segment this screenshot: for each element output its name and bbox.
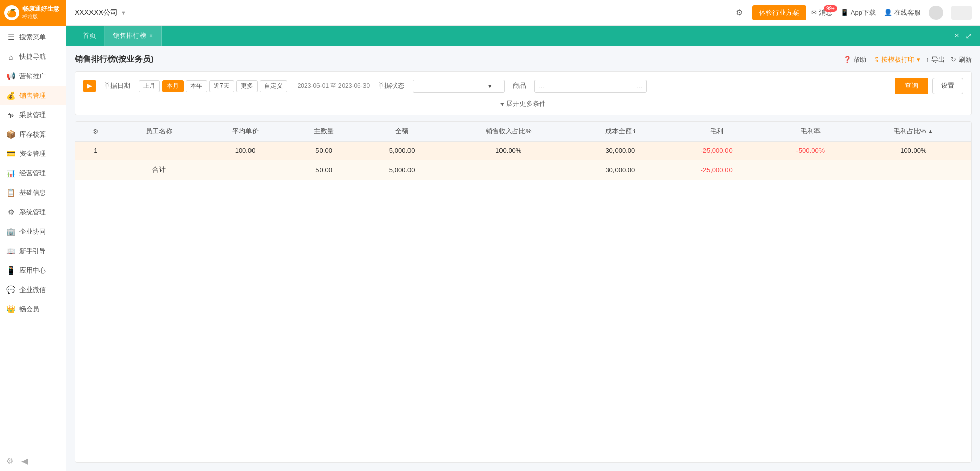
footer-gross-ratio [856,160,971,180]
th-employee: 员工名称 [116,122,202,142]
sidebar-item-label-member: 畅会员 [19,305,39,314]
sidebar-item-label-apps: 应用中心 [19,266,46,275]
company-name: XXXXXX公司 [75,8,118,17]
sidebar-item-system[interactable]: ⚙ 系统管理 [0,203,66,222]
sidebar-item-search[interactable]: ☰ 搜索菜单 [0,28,66,47]
export-icon: ↑ [926,56,930,63]
query-btn[interactable]: 查询 [895,78,928,94]
row-amount: 5,000.00 [359,142,444,160]
logo-icon: 🍊 [4,5,19,20]
sidebar-item-purchase[interactable]: 🛍 采购管理 [0,105,66,125]
page-title: 销售排行榜(按业务员) [75,54,154,65]
sidebar-item-guide[interactable]: 📖 新手引导 [0,241,66,261]
sidebar-item-label-system: 系统管理 [19,208,46,217]
user-name-placeholder [951,6,972,20]
basic-info-icon: 📋 [6,188,15,197]
sidebar-item-label-guide: 新手引导 [19,246,46,256]
table-wrap: ⚙ 员工名称 平均单价 主数量 全额 销售收入占比% 成本全额 ℹ 毛利 毛利率… [75,121,972,463]
sidebar-item-label-enterprise: 企业协同 [19,227,46,236]
th-avg-price: 平均单价 [202,122,288,142]
refresh-icon: ↻ [951,56,956,63]
sidebar-item-label-operations: 经营管理 [19,169,46,178]
sidebar-item-label-purchase: 采购管理 [19,110,46,120]
online-service-btn[interactable]: 👤 在线客服 [884,8,921,17]
sales-icon: 💰 [6,91,15,100]
th-cost-amount: 成本全额 ℹ [573,122,668,142]
settings-icon[interactable]: ⚙ [6,456,13,466]
wechat-icon: 💬 [6,285,15,295]
topbar-right: ✉ 消息 99+ 📱 App下载 👤 在线客服 [811,6,972,20]
table-header-row: ⚙ 员工名称 平均单价 主数量 全额 销售收入占比% 成本全额 ℹ 毛利 毛利率… [75,122,971,142]
refresh-btn[interactable]: ↻ 刷新 [951,55,972,64]
export-btn[interactable]: ↑ 导出 [926,55,945,64]
date-btn-custom[interactable]: 自定义 [260,80,287,92]
tab-home[interactable]: 首页 [75,26,105,46]
sidebar-item-member[interactable]: 👑 畅会员 [0,300,66,319]
th-settings[interactable]: ⚙ [75,122,116,142]
date-btn-this-year[interactable]: 本年 [186,80,207,92]
avatar[interactable] [929,6,943,20]
tab-minimize-icon[interactable]: × [954,31,959,41]
template-print-btn[interactable]: 🖨 按模板打印 ▾ [873,55,920,64]
service-icon: 👤 [884,9,892,16]
filter-settings-btn[interactable]: 设置 [932,78,963,94]
filter-row-1: ▶ 单据日期 上月 本月 本年 近7天 更多 自定义 2023-06-01 至 … [83,78,963,94]
sidebar-item-finance[interactable]: 💳 资金管理 [0,144,66,164]
main-area: XXXXXX公司 ▼ ⚙ 体验行业方案 ✉ 消息 99+ 📱 App下载 👤 在… [66,0,980,471]
collapse-icon[interactable]: ◀ [21,456,28,466]
guide-icon: 📖 [6,246,15,256]
th-amount: 全额 [359,122,444,142]
table-footer-row: 合计 50.00 5,000.00 30,000.00 -25,000.00 [75,160,971,180]
row-avg-price: 100.00 [202,142,288,160]
row-gross-profit: -25,000.00 [668,142,765,160]
sidebar-item-sales[interactable]: 💰 销售管理 [0,86,66,105]
sidebar: 🍊 畅康通好生意 标准版 ☰ 搜索菜单 ⌂ 快捷导航 📢 营销推广 💰 销售管理… [0,0,66,471]
search-icon: ☰ [6,33,15,42]
footer-avg-price [202,160,288,180]
th-gross-ratio: 毛利占比% ▲ [856,122,971,142]
status-select[interactable]: ▾ [413,80,505,93]
app-download-btn[interactable]: 📱 App下载 [840,8,876,17]
message-btn[interactable]: ✉ 消息 99+ [811,8,832,17]
sidebar-item-inventory[interactable]: 📦 库存核算 [0,125,66,144]
logo-text: 畅康通好生意 标准版 [22,5,59,20]
sidebar-item-wechat[interactable]: 💬 企业微信 [0,280,66,300]
tab-sales-rank[interactable]: 销售排行榜 × [105,26,162,46]
sidebar-item-basic-info[interactable]: 📋 基础信息 [0,183,66,203]
date-btn-this-month[interactable]: 本月 [162,80,184,92]
sidebar-nav: ☰ 搜索菜单 ⌂ 快捷导航 📢 营销推广 💰 销售管理 🛍 采购管理 📦 库存核… [0,26,66,451]
tab-close-icon[interactable]: × [149,32,153,39]
sidebar-item-apps[interactable]: 📱 应用中心 [0,261,66,280]
table-body: 1 100.00 50.00 5,000.00 100.00% 30,000.0… [75,142,971,160]
help-btn[interactable]: ❓ 帮助 [843,55,867,64]
footer-sales-ratio [444,160,573,180]
expand-more-btn[interactable]: ▾ 展开更多条件 [83,99,963,108]
sidebar-bottom: ⚙ ◀ [0,451,66,471]
status-filter-label: 单据状态 [378,81,404,91]
row-employee [116,142,202,160]
sidebar-item-operations[interactable]: 📊 经营管理 [0,164,66,183]
row-main-qty: 50.00 [288,142,360,160]
topbar-settings-icon[interactable]: ⚙ [736,8,743,17]
page-actions: ❓ 帮助 🖨 按模板打印 ▾ ↑ 导出 ↻ 刷新 [843,55,972,64]
sidebar-item-marketing[interactable]: 📢 营销推广 [0,66,66,86]
filter-expand-arrow[interactable]: ▶ [83,80,96,92]
topbar: XXXXXX公司 ▼ ⚙ 体验行业方案 ✉ 消息 99+ 📱 App下载 👤 在… [66,0,980,26]
sidebar-item-label-sales: 销售管理 [19,91,46,100]
sidebar-item-enterprise[interactable]: 🏢 企业协同 [0,222,66,241]
tab-maximize-icon[interactable]: ⤢ [965,31,972,41]
footer-label: 合计 [116,160,202,180]
date-btn-more[interactable]: 更多 [236,80,258,92]
company-selector[interactable]: XXXXXX公司 ▼ [75,8,731,17]
date-range-display: 2023-06-01 至 2023-06-30 [298,82,370,91]
tabbar-right: × ⤢ [954,31,972,41]
goods-select[interactable]: ... ... [534,80,647,93]
date-btn-last-month[interactable]: 上月 [139,80,160,92]
trial-btn[interactable]: 体验行业方案 [752,5,806,20]
sidebar-item-label-basic-info: 基础信息 [19,188,46,197]
enterprise-icon: 🏢 [6,227,15,236]
footer-gross-margin [765,160,856,180]
sidebar-item-quick-nav[interactable]: ⌂ 快捷导航 [0,47,66,66]
date-btn-7days[interactable]: 近7天 [209,80,234,92]
cost-info-icon: ℹ [633,128,635,134]
